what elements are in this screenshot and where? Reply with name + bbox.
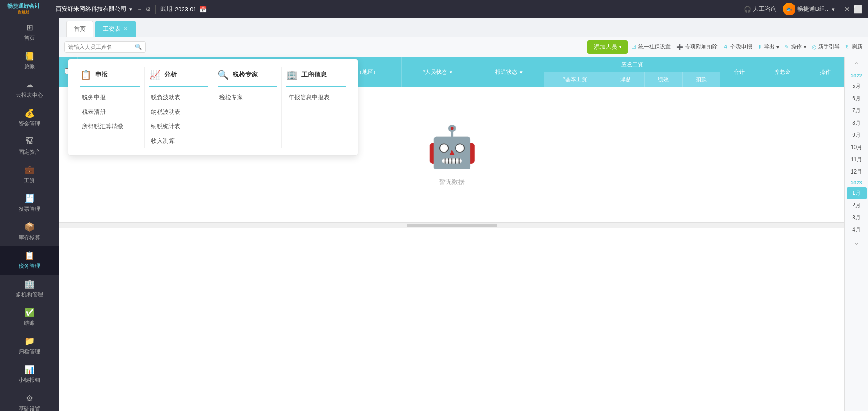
- sidebar-item-invoice[interactable]: 🧾 发票管理: [0, 189, 59, 218]
- sidebar-item-salary[interactable]: 💼 工资: [0, 160, 59, 189]
- close-window-icon[interactable]: ✕: [844, 5, 850, 14]
- maximize-icon[interactable]: ⬜: [853, 5, 863, 14]
- search-icon[interactable]: 🔍: [135, 44, 142, 50]
- add-company-icon[interactable]: ＋: [137, 5, 143, 13]
- sidebar-label-settle: 结账: [24, 319, 35, 327]
- tax-report-icon: 🖨: [723, 44, 728, 50]
- new-guide-icon: ◎: [812, 44, 816, 50]
- month-3[interactable]: 3月: [847, 212, 867, 224]
- scroll-thumb[interactable]: [407, 224, 497, 227]
- company-name: 西安虾米网络科技有限公司: [56, 5, 126, 13]
- analysis-icon: 📈: [149, 69, 160, 80]
- sidebar-item-basic[interactable]: ⚙ 基础设置: [0, 389, 59, 411]
- dropdown-col-analysis: 📈 分析 税负波动表 纳税波动表 纳税统计表 收入测算: [145, 67, 213, 148]
- search-box[interactable]: 🔍: [64, 41, 146, 53]
- month-7[interactable]: 7月: [847, 105, 867, 117]
- month-12[interactable]: 12月: [847, 166, 867, 178]
- app-name: 畅捷通好会计: [7, 3, 40, 9]
- new-guide-action[interactable]: ◎ 新手引导: [812, 43, 840, 51]
- tab-bar: 首页 工资表 ✕: [59, 18, 868, 37]
- export-action[interactable]: ⬇ 导出 ▾: [757, 43, 779, 51]
- user-dropdown-icon: ▾: [832, 6, 835, 13]
- menu-tax-fluctuation2[interactable]: 纳税波动表: [149, 105, 209, 119]
- sidebar-item-funds[interactable]: 💰 资金管理: [0, 104, 59, 132]
- sidebar-item-report[interactable]: 📊 小畅报销: [0, 360, 59, 389]
- month-10[interactable]: 10月: [847, 141, 867, 154]
- export-dropdown-icon: ▾: [776, 44, 779, 50]
- invoice-icon: 🧾: [24, 193, 34, 203]
- export-icon: ⬇: [757, 44, 762, 50]
- social-insurance-icon: ☑: [631, 44, 636, 50]
- month-4[interactable]: 4月: [847, 224, 867, 236]
- col-wage-group: 应发工资: [544, 57, 720, 72]
- tab-home[interactable]: 首页: [66, 21, 93, 37]
- sidebar-label-assets: 固定资产: [19, 148, 40, 156]
- menu-annual-report[interactable]: 年报信息申报表: [286, 90, 346, 105]
- sidebar-label-ledger: 总账: [24, 63, 35, 71]
- refresh-action[interactable]: ↻ 刷新: [845, 43, 863, 51]
- tax-report-action[interactable]: 🖨 个税申报: [723, 43, 752, 51]
- menu-income-forecast[interactable]: 收入测算: [149, 134, 209, 148]
- tax-dropdown-menu: 📋 申报 税务申报 税表清册 所得税汇算清缴 📈 分析 税负波动表 纳税波动表 …: [68, 59, 358, 156]
- month-2[interactable]: 2月: [847, 199, 867, 212]
- home-icon: ⊞: [26, 23, 33, 33]
- menu-tax-table[interactable]: 税表清册: [80, 105, 140, 119]
- sidebar-item-home[interactable]: ⊞ 首页: [0, 18, 59, 47]
- refresh-label: 刷新: [852, 43, 863, 51]
- sidebar-item-ledger[interactable]: 📒 总账: [0, 47, 59, 75]
- month-6[interactable]: 6月: [847, 92, 867, 105]
- sidebar-label-archive: 归档管理: [19, 348, 40, 356]
- user-menu[interactable]: 🐟 畅捷通B组... ▾: [783, 3, 835, 15]
- col-pension: 养老金: [758, 57, 806, 87]
- sidebar-item-archive[interactable]: 📁 归档管理: [0, 332, 59, 360]
- tab-salary-table[interactable]: 工资表 ✕: [95, 21, 136, 37]
- menu-tax-declaration[interactable]: 税务申报: [80, 90, 140, 105]
- sidebar-item-settle[interactable]: ✅ 结账: [0, 303, 59, 332]
- col-total: 合计: [720, 57, 758, 87]
- period-label: 账期: [160, 5, 172, 13]
- month-1-current[interactable]: 1月: [847, 187, 867, 199]
- dropdown-grid: 📋 申报 税务申报 税表清册 所得税汇算清缴 📈 分析 税负波动表 纳税波动表 …: [76, 67, 350, 148]
- period-selector[interactable]: 账期 2023-01 📅: [160, 5, 207, 13]
- special-deduct-icon: ➕: [676, 44, 683, 50]
- sidebar-item-multi[interactable]: 🏢 多机构管理: [0, 275, 59, 303]
- sidebar-item-cloud[interactable]: ☁ 云报表中心: [0, 75, 59, 104]
- tab-salary-label: 工资表: [103, 25, 121, 33]
- company-dropdown-icon[interactable]: ▾: [129, 6, 132, 13]
- expert-title: 税检专家: [233, 71, 258, 79]
- business-title: 工商信息: [301, 71, 327, 79]
- menu-tax-fluctuation[interactable]: 税负波动表: [149, 90, 209, 105]
- report-icon: 📊: [24, 365, 34, 375]
- operations-action[interactable]: ✎ 操作 ▾: [785, 43, 806, 51]
- window-controls: ✕ ⬜: [844, 5, 863, 14]
- top-bar: 畅捷通好会计 旗舰版 西安虾米网络科技有限公司 ▾ ＋ ⚙ 账期 2023-01…: [0, 0, 868, 18]
- col-declaration-header: 📋 申报: [80, 67, 140, 87]
- tab-close-icon[interactable]: ✕: [123, 26, 128, 32]
- special-deduct-action[interactable]: ➕ 专项附加扣除: [676, 43, 718, 51]
- month-8[interactable]: 8月: [847, 117, 867, 129]
- username: 畅捷通B组...: [797, 5, 830, 13]
- help-button[interactable]: 🎧 人工咨询: [744, 5, 776, 13]
- month-11[interactable]: 11月: [847, 154, 867, 166]
- sidebar-item-assets[interactable]: 🏗 固定资产: [0, 132, 59, 160]
- sidebar-label-funds: 资金管理: [19, 120, 40, 128]
- calendar-up-icon[interactable]: ⌃: [852, 59, 861, 71]
- export-label: 导出: [764, 43, 775, 51]
- sidebar-item-tax[interactable]: 📋 税务管理: [0, 246, 59, 275]
- calendar-down-icon[interactable]: ⌄: [852, 236, 861, 248]
- col-subsidy: 津贴: [606, 72, 645, 87]
- social-insurance-action[interactable]: ☑ 统一社保设置: [631, 43, 671, 51]
- month-9[interactable]: 9月: [847, 129, 867, 141]
- menu-tax-check[interactable]: 税检专家: [218, 90, 277, 105]
- search-input[interactable]: [68, 44, 132, 50]
- top-bar-right: 🎧 人工咨询 🐟 畅捷通B组... ▾: [744, 3, 835, 15]
- horizontal-scrollbar[interactable]: [59, 222, 844, 228]
- calendar-icon[interactable]: 📅: [199, 6, 207, 13]
- add-person-button[interactable]: 添加人员 ▾: [587, 40, 628, 54]
- month-5[interactable]: 5月: [847, 80, 867, 92]
- sidebar-item-inventory[interactable]: 📦 库存核算: [0, 218, 59, 246]
- menu-income-tax[interactable]: 所得税汇算清缴: [80, 119, 140, 134]
- company-selector[interactable]: 西安虾米网络科技有限公司 ▾ ＋ ⚙: [56, 5, 151, 13]
- menu-tax-statistics[interactable]: 纳税统计表: [149, 119, 209, 134]
- settings-icon[interactable]: ⚙: [145, 6, 151, 13]
